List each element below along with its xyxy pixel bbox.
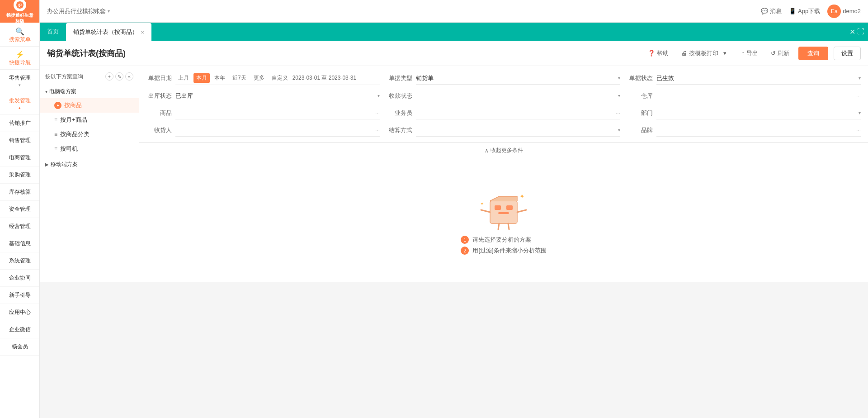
query-button[interactable]: 查询: [798, 47, 828, 60]
department-control[interactable]: ▾: [656, 107, 861, 119]
doc-type-dropdown-icon[interactable]: ▾: [618, 76, 620, 81]
sidebar-item-sales[interactable]: 销售管理: [0, 132, 39, 149]
svg-rect-4: [506, 205, 513, 210]
page-title: 销货单统计表(按商品): [47, 48, 644, 59]
print-icon: 🖨: [681, 50, 687, 57]
payment-method-control[interactable]: ▾: [416, 124, 620, 137]
scheme-item-by-product-category[interactable]: ≡ 按商品分类: [40, 127, 139, 142]
help-button[interactable]: ❓ 帮助: [644, 48, 672, 59]
scheme-panel-header: 按以下方案查询 + ✎ «: [40, 70, 139, 83]
chevron-up-icon: ▴: [19, 105, 21, 110]
filter-field-salesperson: 业务员 ···: [387, 107, 620, 119]
payment-method-dropdown-icon[interactable]: ▾: [618, 128, 620, 133]
page-header: 销货单统计表(按商品) ❓ 帮助 🖨 按模板打印 ▾ ↑ 导出 ↺ 刷新: [40, 41, 868, 66]
outbound-status-control[interactable]: 已出库 ▾: [175, 90, 380, 102]
scheme-item-by-month-product[interactable]: ≡ 按月+商品: [40, 113, 139, 127]
outbound-status-dropdown-icon[interactable]: ▾: [377, 93, 380, 98]
product-ellipsis-icon[interactable]: ···: [375, 110, 380, 116]
scheme-group-mobile-header[interactable]: ▶ 移动端方案: [40, 158, 139, 171]
active-dot-icon: ●: [54, 102, 61, 109]
date-btn-7days[interactable]: 近7天: [230, 73, 249, 83]
message-icon: 💬: [761, 8, 768, 14]
print-button[interactable]: 🖨 按模板打印 ▾: [678, 46, 733, 60]
app-download-button[interactable]: 📱 App下载: [789, 7, 820, 15]
filter-field-receiver: 收货人 ···: [146, 124, 380, 137]
svg-text:✦: ✦: [480, 201, 484, 206]
app-chevron-icon[interactable]: ▾: [108, 9, 110, 14]
warehouse-ellipsis-icon[interactable]: ···: [856, 93, 861, 99]
main-area: 办公用品行业模拟账套 ▾ 💬 消息 📱 App下载 Ea demo2 首页: [40, 0, 868, 418]
date-btn-custom[interactable]: 自定义: [269, 73, 291, 83]
sidebar-item-appcenter[interactable]: 应用中心: [0, 304, 39, 321]
scheme-item-by-cashier[interactable]: ≡ 按司机: [40, 142, 139, 156]
salesperson-control[interactable]: ···: [416, 107, 620, 119]
date-btn-this-month[interactable]: 本月: [193, 73, 210, 83]
tab-sales-stat[interactable]: 销货单统计表（按商品） ✕: [66, 23, 151, 41]
payment-status-dropdown-icon[interactable]: ▾: [618, 93, 620, 98]
tab-home[interactable]: 首页: [40, 23, 66, 41]
sidebar-quicknav[interactable]: ⚡ 快捷导航: [0, 47, 39, 70]
sidebar-item-retail[interactable]: 零售管理 ▾: [0, 70, 39, 92]
sidebar-item-newbie[interactable]: 新手引导: [0, 287, 39, 304]
scheme-group-pc-header[interactable]: ▾ 电脑端方案: [40, 85, 139, 98]
department-dropdown-icon[interactable]: ▾: [859, 110, 861, 115]
receiver-ellipsis-icon[interactable]: ···: [375, 127, 380, 133]
tabbar: 首页 销货单统计表（按商品） ✕ ✕ ⛶: [40, 23, 868, 41]
collapse-scheme-button[interactable]: «: [125, 72, 133, 81]
date-btn-this-year[interactable]: 本年: [212, 73, 228, 83]
svg-rect-3: [495, 205, 501, 210]
edit-scheme-button[interactable]: ✎: [115, 72, 123, 81]
sidebar-item-marketing[interactable]: 营销推广: [0, 115, 39, 132]
payment-status-control[interactable]: ▾: [416, 90, 620, 102]
brand-ellipsis-icon[interactable]: ···: [856, 127, 861, 133]
doc-status-control[interactable]: 已生效 ▾: [656, 72, 861, 85]
settings-button[interactable]: 设置: [834, 47, 861, 60]
sidebar-item-basic[interactable]: 基础信息: [0, 235, 39, 252]
sidebar-item-ecommerce[interactable]: 电商管理: [0, 149, 39, 166]
print-dropdown-arrow[interactable]: ▾: [720, 48, 729, 58]
message-button[interactable]: 💬 消息: [761, 7, 782, 15]
date-btn-last-month[interactable]: 上月: [175, 73, 192, 83]
tab-expand-icon[interactable]: ⛶: [857, 28, 864, 36]
sidebar-item-inventory[interactable]: 库存核算: [0, 184, 39, 201]
topbar-actions: 💬 消息 📱 App下载 Ea demo2: [761, 5, 861, 18]
warehouse-control[interactable]: ···: [656, 90, 861, 102]
product-control[interactable]: ···: [175, 107, 380, 119]
user-menu[interactable]: Ea demo2: [827, 5, 861, 18]
filter-field-doc-status: 单据状态 已生效 ▾: [627, 72, 861, 85]
salesperson-ellipsis-icon[interactable]: ···: [616, 110, 620, 116]
filter-row-1: 单据日期 上月 本月 本年 近7天 更多 自定义 20: [146, 71, 861, 85]
refresh-button[interactable]: ↺ 刷新: [767, 48, 793, 59]
doc-status-dropdown-icon[interactable]: ▾: [859, 76, 861, 81]
filter-field-outbound-status: 出库状态 已出库 ▾: [146, 90, 380, 102]
page-content: 销货单统计表(按商品) ❓ 帮助 🖨 按模板打印 ▾ ↑ 导出 ↺ 刷新: [40, 41, 868, 418]
tab-close-window-icon[interactable]: ✕: [849, 28, 855, 36]
sidebar-item-finance[interactable]: 资金管理: [0, 201, 39, 218]
sidebar-item-member[interactable]: 畅会员: [0, 338, 39, 356]
doc-type-control[interactable]: 销货单 ▾: [416, 72, 620, 85]
collapse-more-button[interactable]: ∧ 收起更多条件: [139, 142, 868, 158]
brand-control[interactable]: ···: [656, 124, 861, 137]
svg-text:✦: ✦: [519, 193, 525, 200]
export-button[interactable]: ↑ 导出: [738, 48, 762, 59]
sidebar-item-wholesale[interactable]: 批发管理 ▴: [0, 92, 39, 115]
empty-step-1: 1 请先选择要分析的方案: [461, 236, 546, 244]
empty-state: ✦ ✦ 1 请先选择要分析的方案: [139, 158, 868, 282]
doc-status-value: 已生效: [656, 74, 857, 82]
add-scheme-button[interactable]: +: [105, 72, 113, 81]
app-name: 办公用品行业模拟账套 ▾: [47, 7, 110, 15]
content-layout: 按以下方案查询 + ✎ «: [40, 66, 868, 282]
sidebar-search[interactable]: 🔍 搜索菜单: [0, 23, 39, 47]
date-btn-more[interactable]: 更多: [251, 73, 267, 83]
sidebar-item-corpwechat[interactable]: 企业微信: [0, 321, 39, 338]
scheme-item-by-product[interactable]: ● 按商品: [40, 98, 139, 113]
sidebar-item-operation[interactable]: 经营管理: [0, 218, 39, 235]
receiver-control[interactable]: ···: [175, 124, 380, 137]
sidebar-item-system[interactable]: 系统管理: [0, 252, 39, 270]
refresh-icon: ↺: [771, 50, 776, 57]
sidebar-item-purchase[interactable]: 采购管理: [0, 166, 39, 184]
tab-close-icon[interactable]: ✕: [141, 30, 144, 35]
date-control[interactable]: 上月 本月 本年 近7天 更多 自定义 2023-03-01 至 2023-03…: [175, 71, 380, 85]
sidebar-item-enterprise[interactable]: 企业协同: [0, 270, 39, 287]
chevron-down-icon: ▾: [19, 83, 21, 87]
